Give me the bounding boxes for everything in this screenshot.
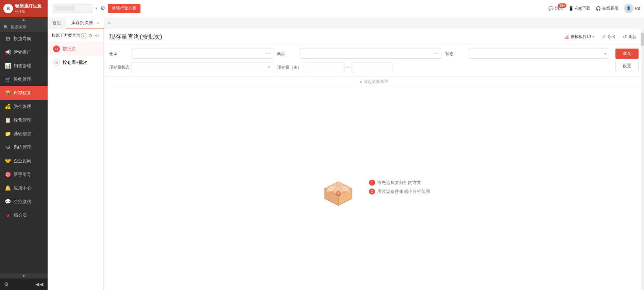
product-input[interactable]: ··· [300,49,441,59]
tab-home[interactable]: 首页 [48,17,66,29]
tab-area-close-btn[interactable]: × [104,17,114,29]
print-button[interactable]: 🖨 按模板打印 ▾ [562,33,596,41]
inventory-qty-group: 现存量（主） — [277,62,441,72]
collapse-bar[interactable]: ∧ 收起更多条件 [104,77,644,87]
sidebar-item-operations[interactable]: 📋 经营管理 [0,113,48,127]
sidebar-label-sales: 销售管理 [14,63,31,69]
sidebar-label-member: 畅会员 [14,212,27,218]
tab-home-label: 首页 [52,20,61,26]
filter-panel-actions: + ⊙ ≪ [81,33,99,38]
inventory-qty-min-input[interactable] [304,62,344,72]
query-button[interactable]: 查询 [615,49,639,59]
product-dots[interactable]: ··· [434,51,438,57]
topbar: ▾ ⚙ 体验行业方案 💬 消息 99+ 📱 App下载 🎧 在线客服 👤 Rit [48,0,644,17]
sidebar-search-label: 搜索菜单 [11,24,27,30]
inventory-status-arrow[interactable]: ▾ [268,65,270,70]
filter-form: 仓库 ··· 商品 ··· [104,44,644,77]
topbar-settings-icon[interactable]: ⚙ [100,5,105,12]
filter-scheme-by-batch[interactable]: ⊙ 按批次 [48,42,103,56]
tab-close-icon[interactable]: × [97,20,99,25]
empty-tip-1: 1 请先选择要分析的方案 [369,180,430,186]
sidebar-item-wechat[interactable]: 💬 企业微信 [0,195,48,209]
scrollbar-thumb[interactable] [641,33,644,46]
tab-batch-ledger[interactable]: 库存批次账 × [66,17,104,29]
sidebar-item-app-center[interactable]: 🔔 应用中心 [0,181,48,195]
refresh-button[interactable]: ↺ 刷新 [621,33,639,41]
scheme-label-warehouse-batch: 按仓库+批次 [63,59,87,66]
inventory-status-select[interactable]: ▾ [132,62,273,72]
refresh-label: 刷新 [628,34,637,40]
warehouse-label: 仓库 [109,51,130,57]
tip-number-1: 1 [369,180,375,186]
sidebar-item-sales[interactable]: 📊 销售管理 [0,59,48,73]
right-scrollbar[interactable] [641,29,644,290]
nav-icon-purchase: 🛒 [5,76,11,83]
topbar-search-input[interactable] [55,6,75,11]
scheme-icon-batch: ⊙ [53,46,60,52]
nav-icon-operations: 📋 [5,117,11,123]
experience-industry-button[interactable]: 体验行业方案 [108,4,140,13]
user-avatar: 👤 [624,4,633,13]
inventory-qty-max-input[interactable] [352,62,392,72]
topbar-search-box[interactable] [52,4,92,13]
filter-panel-header: 按以下方案查询 + ⊙ ≪ [48,29,103,42]
message-action[interactable]: 💬 消息 99+ [548,5,563,11]
sidebar-item-enterprise[interactable]: 🤝 企业协同 [0,154,48,168]
filter-panel-collapse-icon[interactable]: ≪ [95,33,99,38]
sidebar-item-inventory[interactable]: 📦 库存核算 [0,86,48,100]
sidebar-label-purchase: 采购管理 [14,76,31,83]
sidebar-label-system: 系统管理 [14,144,31,150]
sidebar-item-purchase[interactable]: 🛒 采购管理 [0,73,48,86]
nav-icon-system: ⚙ [5,144,11,150]
app-download-label: App下载 [575,5,590,11]
nav-icon-marketing: 📢 [5,49,11,55]
sidebar-scroll-up[interactable]: ▲ [0,17,48,22]
nav-icon-basic: 📁 [5,131,11,137]
export-button[interactable]: ↗ 导出 [600,33,617,41]
sidebar-header: B 畅康通好生意 标准版 [0,0,48,17]
empty-tips: 1 请先选择要分析的方案 2 用过滤条件来缩小分析范围 [369,180,430,197]
footer-settings-icon[interactable]: ⚙ [4,281,9,287]
empty-state: ? 1 请先选择要分析的方案 2 用过滤条件来缩小分析范围 [104,87,644,290]
filter-scheme-by-warehouse-batch[interactable]: ⊙ 按仓库+批次 [48,56,103,69]
status-input[interactable]: ▾ [468,49,609,59]
sidebar-item-guide[interactable]: 🎯 新手引导 [0,168,48,181]
nav-icon-app-center: 🔔 [5,185,11,191]
app-download-action[interactable]: 📱 App下载 [569,5,590,11]
nav-icon-guide: 🎯 [5,171,11,178]
warehouse-dots[interactable]: ··· [266,51,270,57]
status-arrow[interactable]: ▾ [604,51,606,56]
nav-icon-member: V [5,213,11,218]
sidebar-item-marketing[interactable]: 📢 营销推广 [0,46,48,59]
app-title: 畅康通好生意 [15,3,41,9]
sidebar-scroll-down[interactable]: ▼ [0,273,48,278]
nav-icon-quick: ⊞ [5,36,11,42]
tip-number-2: 2 [369,188,375,195]
settings-button[interactable]: 设置 [615,61,639,71]
phone-icon: 📱 [569,6,574,11]
print-dropdown-icon[interactable]: ▾ [592,35,594,39]
sidebar-item-system[interactable]: ⚙ 系统管理 [0,141,48,154]
query-area: 现存量查询(按批次) 🖨 按模板打印 ▾ ↗ 导出 ↺ 刷新 [104,29,644,290]
print-icon: 🖨 [564,34,569,39]
sidebar-item-quick-nav[interactable]: ⊞ 快捷导航 [0,32,48,46]
sidebar-search[interactable]: 🔍 搜索菜单 [0,22,48,32]
topbar-actions: 💬 消息 99+ 📱 App下载 🎧 在线客服 👤 Rit [548,4,640,13]
online-service-action[interactable]: 🎧 在线客服 [596,5,618,11]
search-icon: 🔍 [3,25,9,30]
app-name-block: 畅康通好生意 标准版 [15,3,41,14]
warehouse-input[interactable]: ··· [132,49,273,59]
sidebar-item-basic[interactable]: 📁 基础信息 [0,127,48,141]
filter-add-icon[interactable]: + [81,33,86,38]
filter-row-2: 现存量状态 ▾ 现存量（主） [109,62,609,72]
app-version: 标准版 [15,9,41,14]
headset-icon: 🎧 [596,6,601,11]
filter-settings-scheme-icon[interactable]: ⊙ [88,33,92,38]
page-content: 按以下方案查询 + ⊙ ≪ ⊙ 按批次 ⊙ 按仓库+批次 现存量查询(按批次) [48,29,644,290]
sidebar-item-finance[interactable]: 💰 资金管理 [0,100,48,113]
sidebar-item-member[interactable]: V 畅会员 [0,209,48,222]
topbar-dropdown-icon[interactable]: ▾ [95,6,98,11]
tip-text-1: 请先选择要分析的方案 [377,180,421,186]
user-avatar-action[interactable]: 👤 Rit [624,4,640,13]
footer-collapse-icon[interactable]: ◀◀ [35,281,44,287]
